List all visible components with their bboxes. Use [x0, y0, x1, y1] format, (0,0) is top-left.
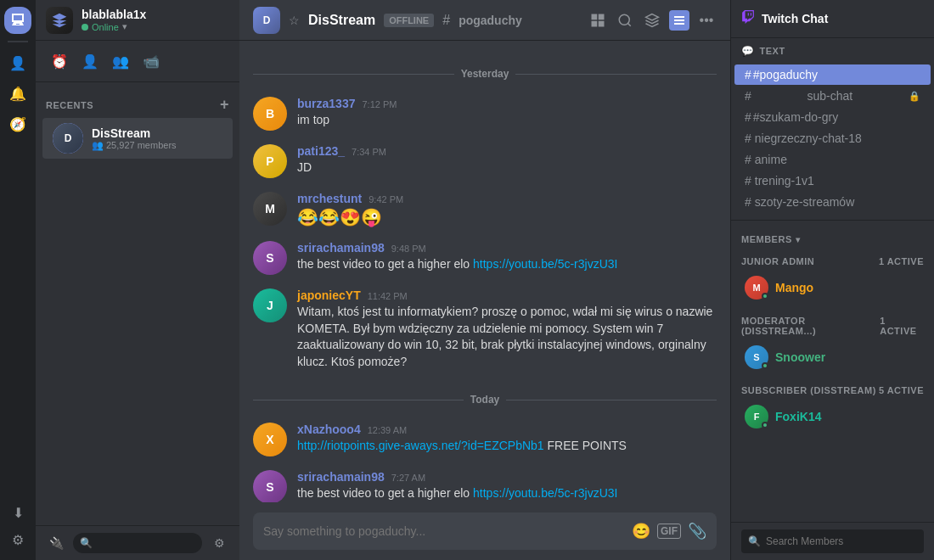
- message-text: Witam, ktoś jest tu informatykiem? prosz…: [297, 304, 717, 370]
- message-group: M mrchestunt 9:42 PM 😂😂😍😜: [253, 188, 717, 231]
- settings-sidebar-icon[interactable]: ⚙: [209, 533, 229, 553]
- message-username[interactable]: burza1337: [297, 97, 355, 110]
- sidebar-bottom: 🔌 🔍 ⚙: [36, 525, 239, 560]
- channel-hash: #: [442, 13, 450, 28]
- message-content: mrchestunt 9:42 PM 😂😂😍😜: [297, 192, 717, 227]
- channel-list: # #pogaduchy # sub-chat 🔒 # #szukam-do-g…: [731, 64, 934, 213]
- message-text: JD: [297, 160, 717, 176]
- channel-szoty[interactable]: # szoty-ze-streamów: [734, 192, 931, 212]
- server-name: blablabla1x: [82, 8, 229, 21]
- apps-icon[interactable]: [588, 10, 608, 31]
- channel-szukam-do-gry[interactable]: # #szukam-do-gry: [734, 107, 931, 127]
- message-header: burza1337 7:12 PM: [297, 97, 717, 110]
- message-header: srirachamain98 7:27 AM: [297, 470, 717, 484]
- menu-active-icon[interactable]: [669, 10, 689, 31]
- sidebar: blablabla1x Online ▾ ⏰ 👤 👥 📹 RECENTS + D…: [36, 0, 239, 560]
- chat-server-name: DisStream: [308, 13, 375, 28]
- message-text: the best video to get a higher elo https…: [297, 485, 717, 502]
- lock-icon: 🔒: [909, 91, 920, 102]
- layers-icon[interactable]: [642, 10, 662, 31]
- member-avatar: F: [745, 405, 768, 428]
- explore-icon[interactable]: 🧭: [4, 110, 31, 137]
- channel-pogaduchy[interactable]: # #pogaduchy: [734, 64, 931, 85]
- channel-avatar: D: [53, 123, 83, 154]
- brand-icon[interactable]: [4, 7, 31, 34]
- search-box[interactable]: 🔍: [73, 533, 202, 553]
- role-subscriber: SUBSCRIBER (DISSTREAM) 5 Active F FoxiK1…: [731, 377, 934, 436]
- message-header: xNazhooo4 12:39 AM: [297, 423, 717, 436]
- message-group: B burza1337 7:12 PM im top: [253, 93, 717, 134]
- server-header[interactable]: blablabla1x Online ▾: [36, 0, 239, 41]
- add-channel-button[interactable]: +: [220, 96, 229, 114]
- svg-rect-2: [592, 20, 598, 26]
- text-section-header: 💬 TEXT: [731, 38, 934, 64]
- channel-info: DisStream 👥 25,927 members: [92, 126, 177, 151]
- server-status: Online ▾: [82, 21, 229, 32]
- role-moderator: MODERATOR (DISSTREAM...) 1 Active S Snoo…: [731, 307, 934, 377]
- nav-recent[interactable]: ⏰: [46, 48, 73, 75]
- day-separator-today: Today: [253, 394, 717, 406]
- message-group: S srirachamain98 9:48 PM the best video …: [253, 238, 717, 278]
- nav-friends[interactable]: 👤: [76, 48, 104, 75]
- star-icon[interactable]: ☆: [289, 14, 300, 27]
- member-item-foxik14[interactable]: F FoxiK14: [734, 401, 931, 432]
- message-username[interactable]: japoniecYT: [297, 288, 361, 302]
- message-input-area: 😊 GIF 📎: [239, 502, 730, 560]
- channel-hash-icon: #: [745, 195, 751, 209]
- channel-item-disstream[interactable]: D DisStream 👥 25,927 members: [42, 118, 233, 159]
- chat-header: D ☆ DisStream OFFLINE # pogaduchy •••: [239, 0, 730, 41]
- channel-niegrzeczny[interactable]: # niegrzeczny-chat-18: [734, 128, 931, 148]
- settings-icon[interactable]: ⚙: [4, 526, 31, 553]
- message-username[interactable]: pati123_: [297, 144, 345, 158]
- offline-badge: OFFLINE: [384, 14, 434, 27]
- search-header-icon[interactable]: [615, 10, 635, 31]
- message-group: S srirachamain98 7:27 AM the best video …: [253, 467, 717, 502]
- channel-trening[interactable]: # trening-1v1: [734, 171, 931, 191]
- message-username[interactable]: srirachamain98: [297, 241, 385, 255]
- channel-hash-icon: #: [745, 153, 751, 166]
- search-members-input[interactable]: [766, 535, 917, 547]
- avatar: J: [253, 288, 287, 322]
- message-text: the best video to get a higher elo https…: [297, 256, 717, 273]
- attachment-icon[interactable]: 📎: [688, 522, 706, 540]
- nav-group[interactable]: 👥: [107, 48, 134, 75]
- channel-anime[interactable]: # anime: [734, 149, 931, 170]
- avatar: M: [253, 192, 287, 226]
- gif-icon[interactable]: GIF: [657, 524, 681, 539]
- role-junior-admin: JUNIOR ADMIN 1 Active M Mango: [731, 248, 934, 307]
- friends-icon[interactable]: 👤: [4, 49, 31, 76]
- nav-video[interactable]: 📹: [138, 48, 165, 75]
- member-name: FoxiK14: [775, 410, 821, 423]
- channel-sub-chat[interactable]: # sub-chat 🔒: [734, 86, 931, 106]
- message-link[interactable]: http://riotpoints.give-aways.net/?id=EZC…: [297, 439, 544, 452]
- message-header: mrchestunt 9:42 PM: [297, 192, 717, 205]
- message-username[interactable]: mrchestunt: [297, 192, 362, 205]
- emoji-icon[interactable]: 😊: [632, 522, 650, 540]
- notifications-icon[interactable]: 🔔: [4, 80, 31, 107]
- server-info: blablabla1x Online ▾: [82, 8, 229, 32]
- message-link[interactable]: https://youtu.be/5c-r3jvzU3I: [473, 486, 617, 500]
- twitch-icon: [741, 10, 755, 27]
- role-header: MODERATOR (DISSTREAM...) 1 Active: [731, 311, 934, 341]
- svg-rect-1: [599, 14, 605, 20]
- active-count: 1 Active: [880, 316, 924, 336]
- message-username[interactable]: xNazhooo4: [297, 423, 361, 436]
- more-icon[interactable]: •••: [696, 10, 717, 31]
- svg-point-4: [619, 14, 629, 25]
- plugins-icon[interactable]: 🔌: [46, 533, 66, 553]
- message-time: 11:42 PM: [368, 291, 408, 301]
- message-input[interactable]: [263, 524, 625, 538]
- messages-area: Yesterday B burza1337 7:12 PM im top P p…: [239, 41, 730, 502]
- channel-hash-icon: #: [745, 89, 751, 103]
- message-username[interactable]: srirachamain98: [297, 470, 385, 484]
- download-icon[interactable]: ⬇: [4, 499, 31, 526]
- header-icons: •••: [588, 10, 717, 31]
- member-avatar: M: [745, 276, 768, 300]
- svg-marker-6: [646, 14, 659, 20]
- recents-label: RECENTS: [46, 100, 93, 110]
- member-item-mango[interactable]: M Mango: [734, 272, 931, 303]
- message-content: burza1337 7:12 PM im top: [297, 97, 717, 131]
- message-link[interactable]: https://youtu.be/5c-r3jvzU3I: [473, 257, 617, 271]
- icon-bar: 👤 🔔 🧭 ⬇ ⚙: [0, 0, 36, 560]
- member-item-snoower[interactable]: S Snoower: [734, 342, 931, 372]
